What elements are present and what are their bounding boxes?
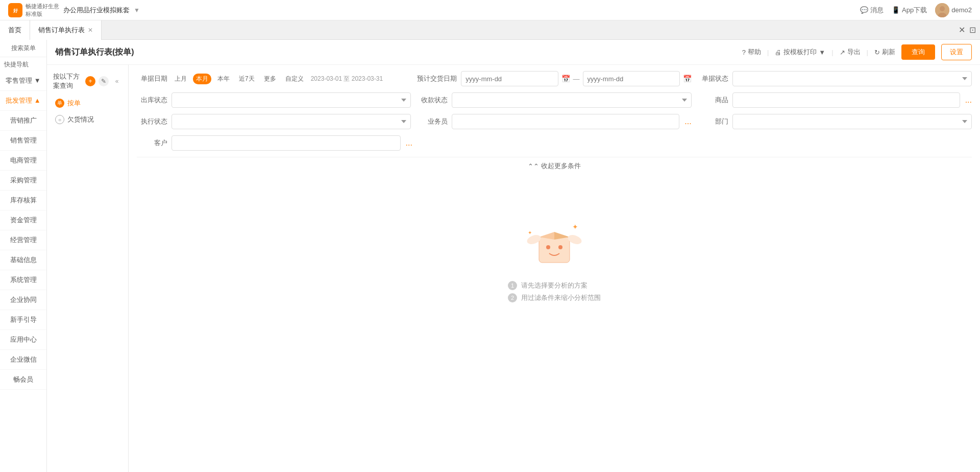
expected-date-start-icon[interactable]: 📅	[561, 75, 570, 83]
receipt-select[interactable]	[452, 92, 691, 108]
sidebar-item-purchase[interactable]: 采购管理	[0, 171, 46, 191]
date-tab-custom[interactable]: 自定义	[282, 74, 307, 84]
date-tab-more[interactable]: 更多	[261, 74, 279, 84]
svg-point-6	[546, 245, 550, 249]
avatar	[935, 3, 949, 17]
expected-date-end[interactable]	[583, 71, 680, 86]
print-icon: 🖨	[775, 49, 781, 56]
query-row-4: 客户 ...	[137, 135, 972, 151]
print-btn[interactable]: 🖨 按模板打印 ▼	[775, 48, 825, 57]
top-bar-left: 好 畅捷通好生意 标准版 办公用品行业模拟账套 ▼	[8, 3, 140, 17]
sidebar-item-retail[interactable]: 零售管理 ▼	[0, 71, 46, 91]
sidebar-item-basic[interactable]: 基础信息	[0, 250, 46, 270]
message-btn[interactable]: 💬 消息	[860, 6, 884, 15]
date-tabs: 上月 本月 本年 近7天 更多 自定义	[172, 74, 307, 84]
tab-home[interactable]: 首页	[0, 20, 30, 40]
tab-sales-order[interactable]: 销售订单执行表 ✕	[30, 20, 102, 40]
empty-state: ✦ ✦ 1 请先选择要分析的方案 2 用过滤条件来缩小分析范围	[129, 181, 980, 336]
sidebar-search-label[interactable]: 搜索菜单	[4, 44, 42, 53]
query-button[interactable]: 查询	[901, 44, 935, 60]
exec-label: 执行状态	[137, 117, 167, 126]
expected-date-start[interactable]	[461, 71, 558, 86]
sidebar-item-business[interactable]: 经营管理	[0, 230, 46, 250]
doc-status-select[interactable]	[732, 71, 972, 86]
filter-query-wrap: 按以下方案查询 + ✎ « 单 按单 ○ 欠货情况	[47, 65, 980, 472]
sidebar-item-app-center[interactable]: 应用中心	[0, 330, 46, 350]
goods-more-icon[interactable]: ...	[965, 96, 972, 105]
help-btn[interactable]: ? 帮助	[742, 48, 761, 57]
export-btn[interactable]: ↗ 导出	[840, 48, 861, 57]
doc-status-label: 单据状态	[698, 74, 728, 83]
sales-rep-input[interactable]	[452, 114, 679, 129]
tab-bar: 首页 销售订单执行表 ✕ ✕ ⊡	[0, 20, 980, 40]
field-sales-rep: 业务员 ...	[417, 114, 691, 129]
page-header: 销售订单执行表(按单) ? 帮助 | 🖨 按模板打印 ▼ | ↗	[47, 40, 980, 65]
sidebar-item-enterprise[interactable]: 企业协同	[0, 290, 46, 310]
divider3: |	[867, 49, 868, 56]
field-customer: 客户 ...	[137, 135, 412, 151]
date-tab-last-7days[interactable]: 近7天	[236, 74, 258, 84]
logo-text: 畅捷通好生意 标准版	[26, 3, 59, 17]
sidebar-item-system[interactable]: 系统管理	[0, 270, 46, 290]
logo-icon: 好	[8, 3, 22, 17]
field-expected-date: 预计交货日期 📅 — 📅	[417, 71, 691, 86]
tab-restore-btn[interactable]: ⊡	[969, 25, 976, 35]
filter-plan-debt[interactable]: ○ 欠货情况	[47, 112, 128, 127]
customer-input[interactable]	[172, 135, 401, 151]
sidebar-item-inventory[interactable]: 库存核算	[0, 191, 46, 210]
user-avatar-btn[interactable]: demo2	[935, 3, 972, 17]
app-title-bar[interactable]: 办公用品行业模拟账套 ▼	[63, 6, 140, 15]
filter-edit-btn[interactable]: ✎	[99, 76, 109, 86]
filter-collapse-btn[interactable]: «	[112, 76, 122, 86]
sidebar-item-wholesale[interactable]: 批发管理 ▲	[0, 91, 46, 111]
refresh-icon: ↻	[874, 49, 880, 56]
date-label: 单据日期	[137, 74, 167, 83]
date-tab-this-month[interactable]: 本月	[193, 74, 211, 84]
tab-bar-actions: ✕ ⊡	[959, 25, 980, 35]
date-tab-this-year[interactable]: 本年	[214, 74, 233, 84]
filter-sidebar-header: 按以下方案查询 + ✎ «	[47, 69, 128, 95]
sidebar-item-sales[interactable]: 销售管理	[0, 131, 46, 151]
query-row-2: 出库状态 收款状态	[137, 92, 972, 108]
sidebar-search[interactable]: 搜索菜单	[0, 40, 46, 57]
customer-more-icon[interactable]: ...	[406, 138, 412, 148]
sidebar-item-newbie[interactable]: 新手引导	[0, 310, 46, 330]
field-dept: 部门	[698, 114, 972, 129]
divider1: |	[767, 49, 769, 56]
sidebar-item-corp-wechat[interactable]: 企业微信	[0, 350, 46, 370]
settings-button[interactable]: 设置	[941, 44, 972, 60]
refresh-btn[interactable]: ↻ 刷新	[874, 48, 895, 57]
message-icon: 💬	[860, 6, 868, 14]
sales-rep-more-icon[interactable]: ...	[684, 117, 691, 126]
dept-select[interactable]	[732, 114, 972, 129]
expected-date-end-icon[interactable]: 📅	[683, 75, 692, 83]
field-outbound-status: 出库状态	[137, 92, 411, 108]
sales-rep-label: 业务员	[417, 117, 448, 126]
collapse-row: ⌃⌃ 收起更多条件	[137, 157, 972, 175]
filter-sidebar: 按以下方案查询 + ✎ « 单 按单 ○ 欠货情况	[47, 65, 129, 472]
app-download-btn[interactable]: 📱 App下载	[892, 6, 927, 15]
collapse-btn[interactable]: ⌃⌃ 收起更多条件	[528, 161, 581, 171]
tab-close-all-btn[interactable]: ✕	[959, 25, 965, 35]
plan-icon: 单	[55, 99, 64, 108]
sidebar-item-finance[interactable]: 资金管理	[0, 210, 46, 230]
query-area: 单据日期 上月 本月 本年 近7天 更多 自定义 2023-03-01 至 20…	[129, 65, 980, 472]
expected-date-range: 📅 — 📅	[461, 71, 691, 86]
sidebar-item-member[interactable]: 畅会员	[0, 370, 46, 390]
logo-area: 好 畅捷通好生意 标准版	[8, 3, 59, 17]
outbound-select[interactable]	[172, 92, 411, 108]
tab-close-icon[interactable]: ✕	[88, 27, 93, 34]
sidebar-item-marketing[interactable]: 营销推广	[0, 111, 46, 131]
svg-text:好: 好	[13, 8, 18, 13]
app-title-dropdown-icon[interactable]: ▼	[134, 7, 140, 14]
empty-icon: ✦ ✦	[524, 211, 585, 273]
divider2: |	[831, 49, 833, 56]
date-tab-last-month[interactable]: 上月	[172, 74, 190, 84]
goods-input[interactable]	[732, 92, 960, 108]
filter-plan-presale[interactable]: 单 按单	[47, 95, 128, 112]
sidebar-item-ecommerce[interactable]: 电商管理	[0, 151, 46, 171]
exec-select[interactable]	[172, 114, 411, 129]
filter-add-btn[interactable]: +	[85, 76, 95, 86]
main-layout: 搜索菜单 快捷导航 零售管理 ▼ 批发管理 ▲ 营销推广 销售管理 电商管理 采…	[0, 40, 980, 472]
svg-point-7	[558, 245, 562, 249]
